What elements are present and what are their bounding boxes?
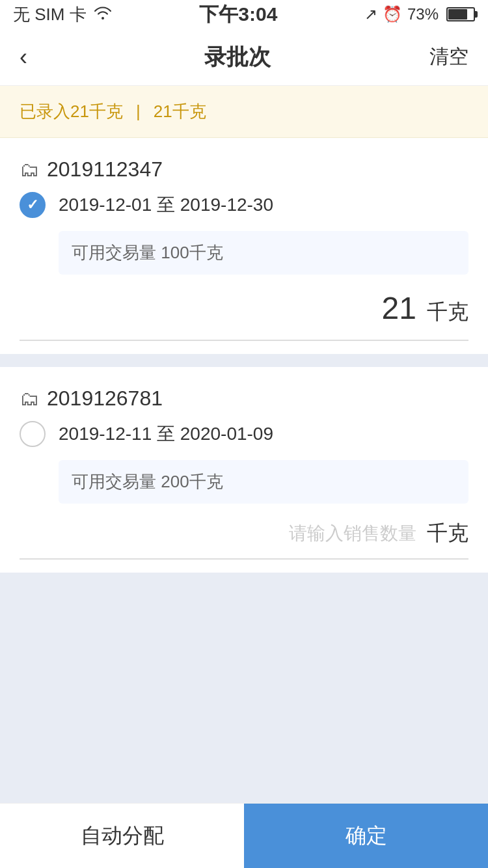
status-left: 无 SIM 卡 — [13, 3, 113, 26]
page-title: 录批次 — [204, 42, 271, 72]
batch-1-radio[interactable] — [20, 192, 46, 218]
batch-2-date-row[interactable]: 2019-12-11 至 2020-01-09 — [20, 421, 468, 447]
batch-2-input-placeholder: 请输入销售数量 — [289, 521, 416, 546]
batch-1-item: 🗂 2019112347 2019-12-01 至 2019-12-30 可用交… — [0, 138, 488, 275]
batch-1-amount-unit: 千克 — [427, 298, 468, 327]
clear-button[interactable]: 清空 — [416, 44, 468, 70]
summary-label: 已录入21千克 — [20, 100, 123, 123]
batch-2-item: 🗂 2019126781 2019-12-11 至 2020-01-09 可用交… — [0, 367, 488, 504]
batch-1-amount-value: 21 — [382, 290, 416, 326]
alarm-icon: ⏰ — [383, 5, 402, 23]
batch-1-number: 2019112347 — [47, 157, 163, 182]
summary-bar: 已录入21千克 | 21千克 — [0, 86, 488, 138]
batch-2-radio[interactable] — [20, 421, 46, 447]
batch-2-date: 2019-12-11 至 2020-01-09 — [59, 422, 273, 446]
summary-value: 21千克 — [154, 100, 206, 123]
summary-divider: | — [136, 102, 141, 122]
location-icon: ↗ — [364, 5, 377, 23]
batch-2-section: 🗂 2019126781 2019-12-11 至 2020-01-09 可用交… — [0, 367, 488, 573]
status-bar: 无 SIM 卡 下午3:04 ↗ ⏰ 73% — [0, 0, 488, 29]
back-button[interactable]: ‹ — [20, 44, 59, 71]
nav-bar: ‹ 录批次 清空 — [0, 29, 488, 86]
batch-1-amount-row: 21 千克 — [0, 275, 488, 340]
bottom-bar: 自动分配 确定 — [0, 803, 488, 868]
wifi-icon — [93, 5, 113, 25]
section-divider-1 — [0, 354, 488, 367]
battery-icon — [446, 7, 475, 21]
time-display: 下午3:04 — [199, 1, 277, 28]
status-right: ↗ ⏰ 73% — [364, 5, 475, 23]
auto-distribute-button[interactable]: 自动分配 — [0, 804, 244, 868]
batch-2-number: 2019126781 — [47, 387, 163, 411]
confirm-button[interactable]: 确定 — [244, 804, 488, 868]
batch-1-section: 🗂 2019112347 2019-12-01 至 2019-12-30 可用交… — [0, 138, 488, 354]
batch-1-header: 🗂 2019112347 — [20, 157, 468, 182]
batch-2-avail: 可用交易量 200千克 — [59, 460, 468, 504]
batch-1-icon: 🗂 — [20, 159, 39, 181]
batch-2-icon: 🗂 — [20, 388, 39, 410]
no-sim-label: 无 SIM 卡 — [13, 3, 87, 26]
batch-1-date: 2019-12-01 至 2019-12-30 — [59, 193, 273, 217]
batch-1-date-row[interactable]: 2019-12-01 至 2019-12-30 — [20, 192, 468, 218]
batch-2-header: 🗂 2019126781 — [20, 387, 468, 411]
batch-2-input-row[interactable]: 请输入销售数量 千克 — [0, 504, 488, 548]
batch-1-bottom-space — [0, 341, 488, 354]
battery-percentage: 73% — [407, 5, 439, 23]
batch-2-bottom-space — [0, 560, 488, 573]
batch-2-unit: 千克 — [427, 519, 468, 548]
batch-1-avail: 可用交易量 100千克 — [59, 231, 468, 275]
